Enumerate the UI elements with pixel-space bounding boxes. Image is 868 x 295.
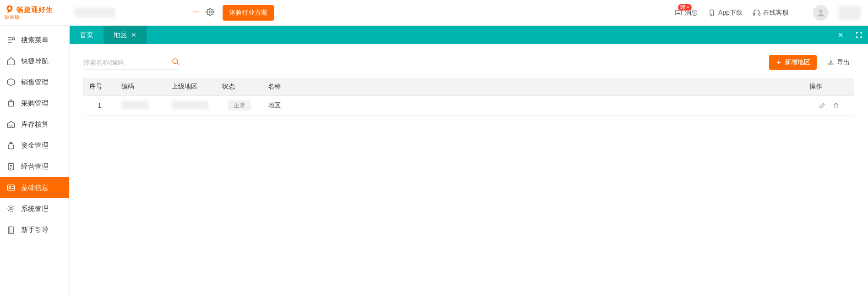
th-name: 名称 xyxy=(262,78,804,96)
sidebar-item-label: 库存核算 xyxy=(21,120,49,129)
svg-point-0 xyxy=(209,11,212,13)
sidebar-item-label: 经营管理 xyxy=(21,162,49,171)
cell-order: 1 xyxy=(84,96,116,116)
th-order: 序号 xyxy=(84,78,116,96)
export-icon xyxy=(828,59,834,66)
online-service-button[interactable]: 在线客服 xyxy=(753,9,789,17)
blurred-value xyxy=(121,101,149,109)
close-all-tabs-button[interactable] xyxy=(831,26,850,44)
company-name xyxy=(74,8,115,17)
search-menu-icon xyxy=(6,35,16,45)
app-download-button[interactable]: App下载 xyxy=(708,9,742,17)
blurred-value xyxy=(172,101,208,109)
svg-rect-4 xyxy=(753,13,755,15)
export-label: 导出 xyxy=(837,58,850,67)
close-icon xyxy=(837,31,844,39)
sidebar-item-label: 搜索菜单 xyxy=(21,36,49,45)
svg-rect-15 xyxy=(829,63,833,65)
tab-label: 地区 xyxy=(114,31,127,39)
company-selector[interactable] xyxy=(74,5,193,21)
search-wrap xyxy=(83,55,180,70)
svg-point-12 xyxy=(10,208,12,210)
svg-point-14 xyxy=(173,59,178,64)
cell-status: 正常 xyxy=(217,96,262,116)
sidebar-item-label: 快捷导航 xyxy=(21,57,49,66)
th-code: 编码 xyxy=(116,78,166,96)
add-region-label: 新增地区 xyxy=(785,58,810,67)
sidebar: 搜索菜单 快捷导航 销售管理 采购管理 库存核算 资金管理 xyxy=(0,26,70,295)
experience-industry-button[interactable]: 体验行业方案 xyxy=(223,5,274,21)
cell-parent xyxy=(166,96,217,116)
svg-rect-1 xyxy=(675,10,682,15)
content-area: 新增地区 导出 序号 编码 上级地区 状态 名称 xyxy=(70,44,868,116)
fullscreen-button[interactable] xyxy=(850,26,868,44)
th-ops: 操作 xyxy=(804,78,854,96)
chevron-down-icon[interactable]: ﹀ xyxy=(193,9,200,17)
add-region-button[interactable]: 新增地区 xyxy=(769,55,817,70)
region-table: 序号 编码 上级地区 状态 名称 操作 1 正常 xyxy=(83,78,854,116)
top-header: 畅捷通好生 标准版 ﹀ 体验行业方案 99 + 消息 App下载 xyxy=(0,0,868,26)
clipboard-icon xyxy=(6,162,16,171)
app-download-label: App下载 xyxy=(718,9,742,17)
home-icon xyxy=(6,56,16,66)
sidebar-item-inventory[interactable]: 库存核算 xyxy=(0,114,69,135)
warehouse-icon xyxy=(6,120,16,129)
user-name-blurred xyxy=(839,6,861,20)
settings-icon xyxy=(6,204,16,213)
fullscreen-icon xyxy=(855,31,863,39)
export-button[interactable]: 导出 xyxy=(823,55,854,70)
brand-logo-icon xyxy=(5,5,15,15)
sidebar-item-basic-info[interactable]: 基础信息 xyxy=(0,177,69,198)
sidebar-item-funds[interactable]: 资金管理 xyxy=(0,135,69,156)
user-avatar[interactable] xyxy=(813,5,829,21)
sidebar-item-label: 新手引导 xyxy=(21,226,49,234)
sidebar-item-system[interactable]: 系统管理 xyxy=(0,198,69,219)
th-parent: 上级地区 xyxy=(166,78,217,96)
sidebar-item-label: 系统管理 xyxy=(21,205,49,213)
edit-icon[interactable] xyxy=(819,102,826,109)
delete-icon[interactable] xyxy=(832,102,840,109)
sidebar-item-label: 资金管理 xyxy=(21,141,49,150)
content-toolbar: 新增地区 导出 xyxy=(83,55,854,70)
search-icon[interactable] xyxy=(171,57,180,67)
headset-icon xyxy=(753,9,761,17)
tag-icon xyxy=(6,78,16,87)
bag-icon xyxy=(6,99,16,108)
svg-rect-5 xyxy=(759,13,760,15)
cell-code xyxy=(116,96,166,116)
money-bag-icon xyxy=(6,141,16,150)
close-icon[interactable]: ✕ xyxy=(131,31,136,39)
sidebar-item-search-menu[interactable]: 搜索菜单 xyxy=(0,29,69,50)
settings-gear-icon[interactable] xyxy=(206,8,214,17)
online-service-label: 在线客服 xyxy=(763,9,789,17)
brand-logo-text: 畅捷通好生 xyxy=(16,6,53,14)
svg-rect-13 xyxy=(8,227,14,233)
book-icon xyxy=(6,225,16,234)
brand-edition: 标准版 xyxy=(5,14,20,21)
main-area: 首页 地区 ✕ xyxy=(70,26,868,295)
table-row: 1 正常 地区 xyxy=(84,96,854,116)
messages-badge: 99 + xyxy=(678,4,692,11)
logo-block: 畅捷通好生 标准版 xyxy=(0,5,70,21)
phone-icon xyxy=(708,9,716,17)
header-actions: 99 + 消息 App下载 在线客服 xyxy=(674,5,861,21)
sidebar-item-purchase[interactable]: 采购管理 xyxy=(0,93,69,114)
tab-bar: 首页 地区 ✕ xyxy=(70,26,868,44)
sidebar-item-sales[interactable]: 销售管理 xyxy=(0,72,69,93)
th-status: 状态 xyxy=(217,78,262,96)
sidebar-item-operations[interactable]: 经营管理 xyxy=(0,156,69,177)
tab-region[interactable]: 地区 ✕ xyxy=(104,26,147,44)
sidebar-item-label: 基础信息 xyxy=(21,184,49,192)
sidebar-item-quick-nav[interactable]: 快捷导航 xyxy=(0,50,69,72)
cell-name: 地区 xyxy=(262,96,804,116)
svg-point-6 xyxy=(819,10,823,13)
svg-rect-9 xyxy=(8,185,15,190)
messages-button[interactable]: 99 + 消息 xyxy=(674,9,698,17)
tab-label: 首页 xyxy=(80,31,93,39)
divider xyxy=(801,7,801,18)
cell-ops xyxy=(804,96,854,116)
search-input[interactable] xyxy=(83,59,171,66)
status-badge: 正常 xyxy=(228,100,251,111)
sidebar-item-guide[interactable]: 新手引导 xyxy=(0,219,69,240)
tab-home[interactable]: 首页 xyxy=(70,26,104,44)
